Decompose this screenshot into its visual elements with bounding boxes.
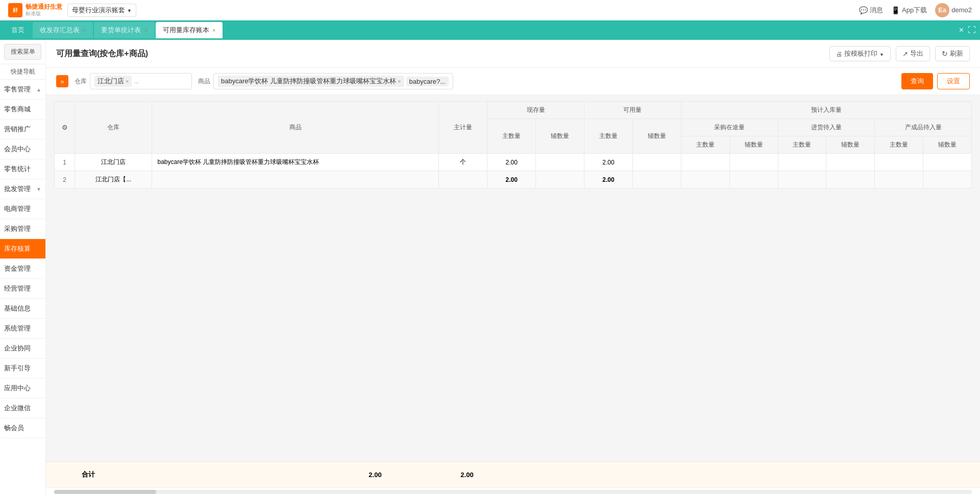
row-current-main: 2.00 bbox=[487, 171, 536, 188]
tab-bar-actions: × ⛶ bbox=[959, 26, 976, 35]
product-filter-input[interactable]: babycare学饮杯 儿童防摔防撞吸管杯重力球吸嘴杯宝宝水杯 × babyca… bbox=[213, 73, 453, 89]
product-tag-1-close[interactable]: × bbox=[398, 78, 401, 84]
refresh-btn[interactable]: 刷新 bbox=[935, 46, 970, 61]
total-label: 合计 bbox=[77, 466, 122, 483]
sidebar-item-basic[interactable]: 基础信息 bbox=[0, 299, 45, 319]
message-label: 消息 bbox=[870, 6, 883, 15]
content-area: 可用量查询(按仓库+商品) 按模板打印 导出 刷新 » bbox=[46, 40, 980, 496]
tab-available-close[interactable]: × bbox=[212, 27, 215, 33]
total-rest bbox=[536, 466, 970, 483]
horizontal-scrollbar[interactable] bbox=[54, 490, 972, 494]
th-current-main: 主数量 bbox=[487, 119, 536, 154]
inventory-table: ⚙ 仓库 商品 主计量 现存量 可用量 预计入库量 主数量 辅数量 主数量 辅数… bbox=[54, 101, 972, 188]
sidebar-item-finance[interactable]: 资金管理 bbox=[0, 259, 45, 279]
page-header: 可用量查询(按仓库+商品) 按模板打印 导出 刷新 bbox=[46, 40, 980, 68]
industry-selector[interactable]: 母婴行业演示账套 bbox=[67, 4, 136, 17]
sidebar-item-label: 电商管理 bbox=[4, 204, 31, 214]
scroll-thumb[interactable] bbox=[54, 490, 156, 494]
sidebar-item-label: 批发管理 bbox=[4, 184, 31, 194]
sidebar-item-retail-mgmt[interactable]: 零售管理 ▲ bbox=[0, 80, 45, 100]
product-tag-2: babycare?... bbox=[406, 77, 449, 86]
total-product-empty bbox=[122, 466, 316, 483]
tab-home[interactable]: 首页 bbox=[4, 22, 32, 38]
tab-receive-close[interactable]: × bbox=[83, 27, 86, 33]
filter-actions: 查询 设置 bbox=[901, 73, 970, 89]
th-warehouse: 仓库 bbox=[75, 102, 152, 154]
sidebar-item-purchase[interactable]: 采购管理 bbox=[0, 219, 45, 239]
sidebar-item-marketing[interactable]: 营销推广 bbox=[0, 120, 45, 139]
tab-receive[interactable]: 收发存汇总表 × bbox=[33, 22, 93, 38]
app-download-btn[interactable]: App下载 bbox=[891, 6, 927, 15]
refresh-icon bbox=[942, 50, 948, 58]
sidebar-item-label: 零售统计 bbox=[4, 164, 31, 174]
row-ap-aux bbox=[826, 171, 875, 188]
chevron-right-icon: » bbox=[60, 78, 64, 85]
sidebar-item-enterprise[interactable]: 企业协同 bbox=[0, 339, 45, 359]
row-avail-main: 2.00 bbox=[584, 171, 633, 188]
search-menu-btn[interactable]: 搜索菜单 bbox=[4, 44, 41, 60]
sidebar-item-ecommerce[interactable]: 电商管理 bbox=[0, 199, 45, 219]
sidebar-item-retail-mall[interactable]: 零售商城 bbox=[0, 100, 45, 120]
tab-close-btn[interactable]: × bbox=[959, 26, 964, 35]
settings-icon[interactable]: ⚙ bbox=[62, 124, 68, 131]
row-pp-aux bbox=[923, 154, 972, 171]
total-row: 合计 2.00 2.00 bbox=[56, 466, 970, 483]
logo-text: 畅捷通好生意 标准版 bbox=[26, 3, 62, 16]
tab-order-close[interactable]: × bbox=[144, 27, 147, 33]
sidebar-item-label: 采购管理 bbox=[4, 224, 31, 233]
row-pt-main bbox=[681, 154, 729, 171]
print-label: 按模板打印 bbox=[844, 49, 877, 58]
total-avail-main: 2.00 bbox=[444, 466, 490, 483]
export-icon bbox=[902, 50, 908, 58]
sidebar: 搜索菜单 快捷导航 零售管理 ▲ 零售商城 营销推广 会员中心 零售统计 批发管… bbox=[0, 40, 46, 496]
tab-available[interactable]: 可用量库存账本 × bbox=[156, 22, 223, 38]
export-btn[interactable]: 导出 bbox=[896, 46, 930, 61]
sidebar-item-appstore[interactable]: 应用中心 bbox=[0, 379, 45, 398]
tab-order[interactable]: 要货单统计表 × bbox=[94, 22, 154, 38]
message-btn[interactable]: 消息 bbox=[859, 6, 883, 15]
sidebar-item-wechat[interactable]: 企业微信 bbox=[0, 398, 45, 418]
warehouse-filter-input[interactable]: 江北门店 × ... bbox=[90, 73, 192, 89]
row-ap-aux bbox=[826, 154, 875, 171]
row-ap-main bbox=[778, 154, 826, 171]
row-avail-aux bbox=[632, 171, 681, 188]
filter-toggle-btn[interactable]: » bbox=[56, 75, 68, 87]
print-btn[interactable]: 按模板打印 bbox=[829, 46, 891, 61]
sidebar-item-label: 新手引导 bbox=[4, 364, 31, 373]
warehouse-tag-close[interactable]: × bbox=[126, 78, 129, 84]
tab-fullscreen-btn[interactable]: ⛶ bbox=[968, 26, 976, 35]
row-current-aux bbox=[536, 154, 584, 171]
row-avail-aux bbox=[632, 154, 681, 171]
th-avail-aux: 辅数量 bbox=[632, 119, 681, 154]
sidebar-item-label: 零售商城 bbox=[4, 105, 31, 114]
filter-more-btn[interactable]: ... bbox=[134, 78, 139, 85]
query-btn[interactable]: 查询 bbox=[901, 73, 933, 89]
product-tag-1: babycare学饮杯 儿童防摔防撞吸管杯重力球吸嘴杯宝宝水杯 × bbox=[218, 76, 404, 87]
sidebar-item-newbie[interactable]: 新手引导 bbox=[0, 359, 45, 379]
th-avail-main: 主数量 bbox=[584, 119, 633, 154]
print-icon bbox=[836, 50, 842, 58]
sidebar-item-label: 营销推广 bbox=[4, 125, 31, 134]
table-row: 2 江北门店【... 2.00 2.00 bbox=[55, 171, 972, 188]
settings-btn[interactable]: 设置 bbox=[937, 73, 970, 89]
sidebar-item-member2[interactable]: 畅会员 bbox=[0, 418, 45, 438]
sidebar-item-system[interactable]: 系统管理 bbox=[0, 319, 45, 339]
sidebar-item-member[interactable]: 会员中心 bbox=[0, 139, 45, 159]
warehouse-tag: 江北门店 × bbox=[94, 76, 132, 87]
sidebar-item-retail-stats[interactable]: 零售统计 bbox=[0, 159, 45, 179]
sidebar-item-wholesale[interactable]: 批发管理 ▼ bbox=[0, 179, 45, 199]
total-empty bbox=[56, 466, 77, 483]
row-pp-aux bbox=[923, 171, 972, 188]
sidebar-item-inventory[interactable]: 库存核算 bbox=[0, 239, 45, 259]
top-bar-right: 消息 App下载 Ea demo2 bbox=[859, 3, 972, 17]
user-profile[interactable]: Ea demo2 bbox=[935, 3, 972, 17]
sidebar-nav: 零售管理 ▲ 零售商城 营销推广 会员中心 零售统计 批发管理 ▼ 电商管理 bbox=[0, 80, 45, 438]
th-arrival-pending: 进货待入量 bbox=[778, 119, 875, 136]
tab-available-label: 可用量库存账本 bbox=[163, 26, 209, 35]
sidebar-item-operations[interactable]: 经营管理 bbox=[0, 279, 45, 299]
warehouse-filter-label: 仓库 bbox=[75, 77, 87, 86]
row-pt-aux bbox=[729, 171, 778, 188]
quick-nav-btn[interactable]: 快捷导航 bbox=[0, 64, 45, 80]
th-product: 商品 bbox=[152, 102, 439, 154]
product-tag-2-label: babycare?... bbox=[409, 78, 446, 85]
